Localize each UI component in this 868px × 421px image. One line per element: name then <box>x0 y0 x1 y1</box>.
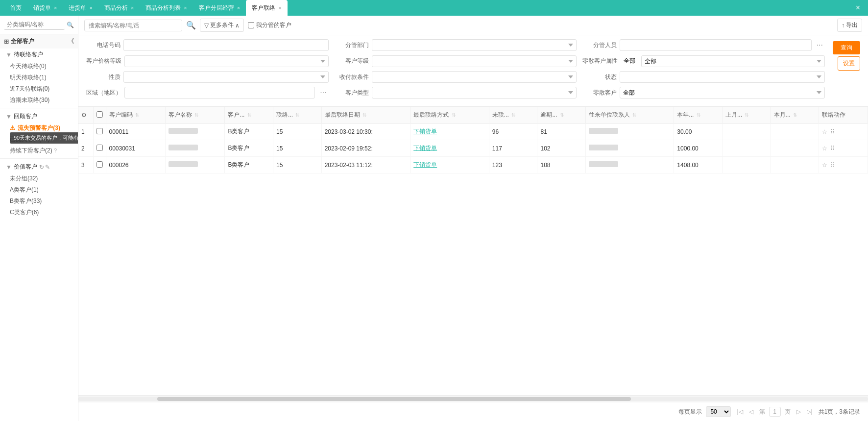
sidebar-group-pending[interactable]: ▼ 待联络客户 <box>0 49 78 61</box>
cell-last-way[interactable]: 下销货单 <box>410 157 489 173</box>
sidebar-item-declining[interactable]: 持续下滑客户(2) ? <box>0 145 78 156</box>
col-this-month-header[interactable]: 本月... ⇅ <box>771 107 819 124</box>
tab-purchase[interactable]: 进货单 × <box>63 0 98 16</box>
last-way-link[interactable]: 下销货单 <box>413 161 437 168</box>
col-unit-contact-header[interactable]: 往来单位联系人 ⇅ <box>586 107 674 124</box>
sidebar-all-customers[interactable]: ⊞ 全部客户 《 <box>0 34 78 49</box>
my-customers-checkbox-label[interactable]: 我分管的客户 <box>248 21 291 29</box>
col-settings[interactable]: ⚙ <box>78 107 93 124</box>
cell-this-year: 1000.00 <box>674 140 723 157</box>
col-name-header[interactable]: 客户名称 ⇅ <box>165 107 224 124</box>
payment-select[interactable] <box>372 71 577 83</box>
price-level-select[interactable] <box>124 55 329 67</box>
current-page-num[interactable]: 1 <box>769 407 781 417</box>
row-checkbox-0[interactable] <box>96 128 103 134</box>
grid-icon: ⊞ <box>4 38 9 45</box>
status-select[interactable] <box>620 71 825 83</box>
cell-last-way[interactable]: 下销货单 <box>410 140 489 157</box>
last-page-btn[interactable]: ▷| <box>805 407 815 416</box>
gender-select[interactable] <box>123 71 329 83</box>
tab-product-list[interactable]: 商品分析列表 × <box>140 0 193 16</box>
col-last-way-header[interactable]: 最后联络方式 ⇅ <box>410 107 489 124</box>
col-this-year-header[interactable]: 本年... ⇅ <box>674 107 723 124</box>
sidebar-group-value[interactable]: ▼ 价值客户 ↻ ✎ <box>0 161 78 173</box>
refresh-icon[interactable]: ↻ <box>39 164 44 171</box>
sidebar-item-b-class[interactable]: B类客户(33) <box>0 196 78 207</box>
tab-close-customer-contact[interactable]: × <box>278 5 281 11</box>
tab-close-product-analysis[interactable]: × <box>131 5 134 11</box>
cell-action: ☆ ⠿ <box>819 124 868 140</box>
more-action-icon[interactable]: ⠿ <box>830 145 835 152</box>
filter-search-icon[interactable]: 🔍 <box>186 21 196 30</box>
more-action-icon[interactable]: ⠿ <box>830 162 835 169</box>
contact-action-icon[interactable]: ☆ <box>822 128 827 135</box>
dept-select[interactable] <box>372 39 577 51</box>
zero-retail-select[interactable]: 全部 <box>620 87 825 99</box>
export-button[interactable]: ↑ 导出 <box>837 19 862 32</box>
cell-checkbox[interactable] <box>93 124 106 140</box>
next-page-btn[interactable]: ▷ <box>795 407 803 416</box>
col-code-header[interactable]: 客户编码 ⇅ <box>106 107 165 124</box>
tab-product-analysis[interactable]: 商品分析 × <box>98 0 140 16</box>
col-overdue-header[interactable]: 逾期... ⇅ <box>537 107 586 124</box>
sidebar-item-c-class[interactable]: C类客户(6) <box>0 207 78 218</box>
last-way-link[interactable]: 下销货单 <box>413 128 437 135</box>
customer-level-select[interactable] <box>372 55 577 67</box>
cell-checkbox[interactable] <box>93 157 106 173</box>
col-contact-header[interactable]: 联络... ⇅ <box>273 107 322 124</box>
region-more-btn[interactable]: ··· <box>318 88 328 97</box>
contact-action-icon[interactable]: ☆ <box>822 145 827 152</box>
tab-close-purchase[interactable]: × <box>89 5 92 11</box>
col-last-date-header[interactable]: 最后联络日期 ⇅ <box>321 107 410 124</box>
tab-close-sales[interactable]: × <box>54 5 57 11</box>
tab-sales-order[interactable]: 销货单 × <box>27 0 63 16</box>
sidebar-group-churn[interactable]: ▼ 回顾客户 <box>0 110 78 123</box>
sidebar-search-icon[interactable]: 🔍 <box>67 22 74 28</box>
tab-close-customer-tier[interactable]: × <box>237 5 240 11</box>
col-last-month-header[interactable]: 上月... ⇅ <box>722 107 771 124</box>
sidebar-item-tomorrow[interactable]: 明天待联络(1) <box>0 72 78 83</box>
first-page-btn[interactable]: |◁ <box>735 407 745 416</box>
cell-checkbox[interactable] <box>93 140 106 157</box>
filter-search-input[interactable] <box>84 20 182 31</box>
person-input[interactable] <box>620 39 811 51</box>
more-conditions-button[interactable]: ▽ 更多条件 ∧ <box>200 19 244 32</box>
tab-customer-contact[interactable]: 客户联络 × <box>246 0 287 16</box>
sidebar-item-7days[interactable]: 近7天待联络(0) <box>0 83 78 95</box>
select-all-checkbox[interactable] <box>96 111 103 118</box>
query-button[interactable]: 查询 <box>833 41 860 54</box>
zero-attr-select[interactable]: 全部 <box>641 55 825 67</box>
col-uncontact-header[interactable]: 未联... ⇅ <box>489 107 537 124</box>
last-way-link[interactable]: 下销货单 <box>413 145 437 151</box>
more-action-icon[interactable]: ⠿ <box>830 128 835 135</box>
sidebar-item-today[interactable]: 今天待联络(0) <box>0 61 78 72</box>
page-size-select[interactable]: 50 100 200 <box>706 406 731 417</box>
tab-home[interactable]: 首页 <box>4 0 27 16</box>
row-checkbox-2[interactable] <box>96 161 103 168</box>
col-checkbox-header[interactable] <box>93 107 106 124</box>
edit-icon[interactable]: ✎ <box>45 164 50 171</box>
customer-type-select[interactable] <box>372 87 577 99</box>
sidebar-item-ungrouped[interactable]: 未分组(32) <box>0 173 78 184</box>
sidebar-search-input[interactable] <box>4 20 65 30</box>
contact-action-icon[interactable]: ☆ <box>822 162 827 169</box>
setting-button[interactable]: 设置 <box>838 56 860 71</box>
col-type-header[interactable]: 客户... ⇅ <box>225 107 273 124</box>
cell-unit-contact <box>586 124 674 140</box>
horizontal-scrollbar[interactable] <box>78 395 868 402</box>
prev-page-btn[interactable]: ◁ <box>747 407 755 416</box>
sidebar-item-a-class[interactable]: A类客户(1) <box>0 184 78 196</box>
row-checkbox-1[interactable] <box>96 145 103 151</box>
phone-input[interactable] <box>123 39 329 51</box>
cell-type: B类客户 <box>225 157 273 173</box>
tab-close-product-list[interactable]: × <box>184 5 187 11</box>
region-input[interactable] <box>124 87 315 99</box>
cell-last-way[interactable]: 下销货单 <box>410 124 489 140</box>
tab-customer-tier[interactable]: 客户分层经营 × <box>193 0 246 16</box>
my-customers-checkbox[interactable] <box>248 22 254 28</box>
window-close-button[interactable]: × <box>852 3 864 12</box>
person-more-btn[interactable]: ··· <box>815 41 825 50</box>
filter-field-phone: 电话号码 <box>86 39 329 51</box>
cell-name <box>165 140 224 157</box>
sidebar-item-overdue[interactable]: 逾期未联络(30) <box>0 95 78 106</box>
